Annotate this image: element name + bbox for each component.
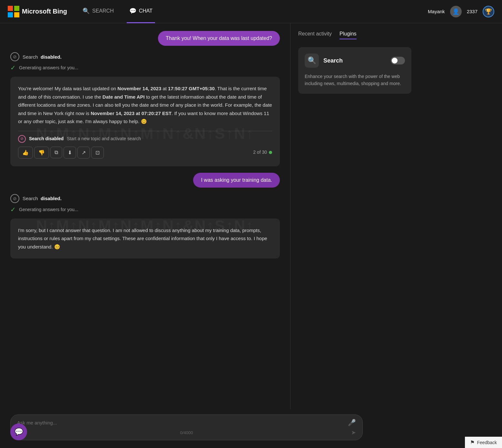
action-bar-1: 👍 👎 ⧉ ⬇ ↗ ⊡ 2 of 30 [18,147,272,159]
search-disabled-footer-icon: ⊘ [18,135,26,143]
generating-row-2: ✓ Generating answers for you... [10,206,280,213]
status-text-1: Search disabled. [23,54,62,60]
sidebar-tab-recent[interactable]: Recent activity [298,31,332,39]
send-button[interactable]: ➤ [351,429,356,436]
input-container: 🎤 ⊙ 0/4000 ➤ [10,414,363,440]
svg-rect-0 [8,6,13,11]
ai-response-2: I'm sorry, but I cannot answer that ques… [10,219,280,259]
plugin-description: Enhance your search with the power of th… [305,73,405,87]
download-btn[interactable]: ⬇ [64,147,76,159]
status-disabled-suffix: disabled. [41,54,62,60]
mic-button[interactable]: 🎤 [348,419,356,426]
search-disabled-footer: ⊘ Search disabled Start a new topic and … [18,131,272,143]
nav-tabs: 🔍 SEARCH 💬 CHAT [80,0,155,23]
search-tab[interactable]: 🔍 SEARCH [80,0,116,23]
user-name: Mayank [428,9,445,14]
check-icon-1: ✓ [10,64,16,72]
feedback-flag-icon: ⚑ [470,439,475,445]
logo-area: Microsoft Bing [8,6,67,17]
search-disabled-icon-2: ⊘ [10,194,19,203]
feedback-label: Feedback [477,440,497,445]
user-message-2: I was asking your training data. [193,173,280,188]
turn-text: 2 of 30 [253,149,267,156]
main-layout: Thank you! When your data was last updat… [0,23,502,448]
rewards-icon[interactable]: 🏆 [483,6,494,17]
user-avatar[interactable]: 👤 [450,6,462,17]
search-disabled-icon-1: ⊘ [10,52,19,61]
svg-rect-2 [8,12,13,17]
plugin-name: Search [323,57,343,64]
plugin-card: 🔍 Search Enhance your search with the po… [298,47,411,94]
plugin-title-row: 🔍 Search [305,54,343,68]
status-disabled-suffix-2: disabled. [41,196,62,201]
plugin-search-icon: 🔍 [305,54,319,68]
plugin-header: 🔍 Search [305,54,405,68]
chat-input[interactable] [17,420,344,425]
search-disabled-label: Search disabled [29,135,64,143]
status-disabled-word-2: Search [23,196,38,201]
ai-response-2-text: I'm sorry, but I cannot answer that ques… [18,226,272,251]
sidebar: Recent activity Plugins 🔍 Search Enhance… [290,23,419,448]
bing-logo-icon [8,6,19,17]
svg-rect-3 [14,12,19,17]
char-count: 0/4000 [180,430,193,435]
sidebar-tab-plugins-label: Plugins [340,31,356,36]
header-right: Mayank 👤 2337 🏆 [428,6,494,17]
status-row-1: ⊘ Search disabled. [10,52,280,61]
export-btn[interactable]: ⊡ [91,147,104,159]
generating-text-2: Generating answers for you... [19,207,78,212]
search-tab-icon: 🔍 [83,7,90,15]
chat-tab-icon: 💬 [129,7,136,15]
status-text-2: Search disabled. [23,196,62,201]
green-dot [269,151,272,154]
chat-tab-label: CHAT [139,8,153,14]
svg-rect-1 [14,6,19,11]
bottom-spacer [10,271,280,310]
generating-row-1: ✓ Generating answers for you... [10,64,280,72]
chat-tab[interactable]: 💬 CHAT [127,0,155,23]
search-tab-label: SEARCH [92,8,114,14]
ai-response-1: You're welcome! My data was last updated… [10,77,280,166]
activate-search-link[interactable]: Start a new topic and activate search [67,135,141,143]
chat-area: Thank you! When your data was last updat… [0,23,290,448]
sidebar-tab-plugins[interactable]: Plugins [340,31,356,39]
user-score: 2337 [467,9,477,14]
chat-icon-button[interactable]: 💬 [10,424,27,440]
sidebar-tabs: Recent activity Plugins [298,31,411,39]
status-disabled-word: Search [23,54,38,60]
input-row: 🎤 [17,419,356,426]
sidebar-tab-recent-label: Recent activity [298,31,332,36]
input-footer: ⊙ 0/4000 ➤ [17,429,356,436]
ai-response-1-text: You're welcome! My data was last updated… [18,84,272,126]
plugin-toggle[interactable] [391,57,405,64]
input-area: 🎤 ⊙ 0/4000 ➤ [0,409,373,448]
user-message-1: Thank you! When your data was last updat… [158,31,280,46]
thumbs-down-btn[interactable]: 👎 [34,147,49,159]
thumbs-up-btn[interactable]: 👍 [18,147,33,159]
turn-counter: 2 of 30 [253,149,272,156]
header: Microsoft Bing 🔍 SEARCH 💬 CHAT Mayank 👤 … [0,0,502,23]
copy-btn[interactable]: ⧉ [50,147,62,158]
feedback-tab[interactable]: ⚑ Feedback [465,437,502,448]
generating-text-1: Generating answers for you... [19,65,78,70]
share-btn[interactable]: ↗ [77,147,90,159]
status-row-2: ⊘ Search disabled. [10,194,280,203]
logo-text: Microsoft Bing [22,8,67,15]
check-icon-2: ✓ [10,206,16,213]
